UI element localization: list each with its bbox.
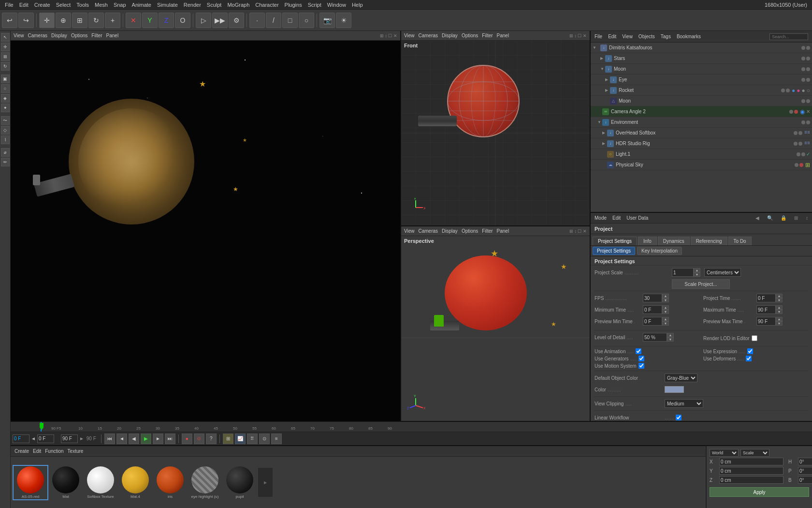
add-tool[interactable]: +	[105, 13, 120, 28]
tab-project-settings[interactable]: Project Settings	[593, 237, 637, 245]
min-time-input[interactable]	[643, 305, 662, 314]
menu-file[interactable]: File	[2, 2, 16, 8]
menu-render[interactable]: Render	[181, 2, 204, 8]
menu-window[interactable]: Window	[324, 2, 349, 8]
coord-x-input[interactable]	[719, 458, 783, 465]
lod-down[interactable]: ▼	[667, 337, 674, 342]
scale-project-btn[interactable]: Scale Project...	[672, 279, 730, 289]
select-tool[interactable]: ✛	[39, 13, 55, 28]
tl-play-back[interactable]: ◀	[129, 433, 139, 444]
polygon-mode[interactable]: □	[282, 13, 298, 28]
menu-snap[interactable]: Snap	[111, 2, 129, 8]
y-axis-btn[interactable]: Y	[142, 13, 158, 28]
use-generators-checkbox[interactable]	[638, 356, 644, 361]
mat-iris[interactable]: iris	[154, 466, 187, 499]
object-axis-btn[interactable]: O	[175, 13, 190, 28]
preview-min-input[interactable]	[643, 317, 662, 326]
move-tool[interactable]: ⊕	[56, 13, 71, 28]
coord-scale-select[interactable]: Scale	[740, 449, 769, 457]
lt-sculpt[interactable]: ⌀	[1, 148, 10, 157]
coord-z-input[interactable]	[719, 476, 783, 484]
maxt-up[interactable]: ▲	[776, 305, 783, 310]
mat-menu-create[interactable]: Create	[14, 448, 29, 454]
obj-menu-bookmarks[interactable]: Bookmarks	[677, 34, 701, 39]
stars-vis[interactable]	[801, 57, 805, 60]
obj-menu-view[interactable]: View	[622, 34, 633, 39]
z-axis-btn[interactable]: Z	[159, 13, 174, 28]
color-swatch[interactable]	[665, 386, 684, 393]
menu-character[interactable]: Character	[252, 2, 281, 8]
vp-main-view[interactable]: View	[14, 33, 24, 38]
attr-menu-mode[interactable]: Mode	[594, 215, 607, 221]
vp-main-options[interactable]: Options	[71, 33, 87, 38]
lt-rotate[interactable]: ↻	[1, 62, 10, 71]
mat-mat4[interactable]: Mat.4	[119, 466, 152, 499]
max-time-input[interactable]	[756, 305, 776, 314]
obj-softbox[interactable]: ▶ ↓ OverHead Softbox ⠿⠿	[591, 128, 812, 138]
render-lod-checkbox[interactable]	[752, 335, 757, 341]
coord-h-input[interactable]	[798, 458, 812, 465]
menu-tools[interactable]: Tools	[73, 2, 92, 8]
prevmax-up[interactable]: ▲	[776, 317, 783, 321]
tl-keys[interactable]: ⊞	[223, 433, 233, 444]
mat-pupil[interactable]: pupil	[223, 466, 256, 499]
tl-prev-frame[interactable]: ◄	[116, 433, 127, 444]
main-3d-viewport[interactable]: ★ ★ ★	[11, 41, 400, 421]
tl-dope[interactable]: ⠿	[247, 433, 258, 444]
obj-menu-objects[interactable]: Objects	[638, 34, 655, 39]
obj-menu-tags[interactable]: Tags	[661, 34, 671, 39]
vp-main-cameras[interactable]: Cameras	[28, 33, 48, 38]
env-vis[interactable]	[801, 120, 805, 124]
menu-select[interactable]: Select	[53, 2, 74, 8]
perspective-3d-viewport[interactable]: Perspective ★ ★	[401, 236, 590, 421]
tl-motion2[interactable]: ⊙	[259, 433, 270, 444]
eye-render[interactable]	[806, 78, 810, 82]
project-time-input[interactable]	[756, 294, 776, 302]
obj-stars[interactable]: ▶ ↓ Stars	[591, 53, 812, 64]
obj-hdr[interactable]: ▶ ↓ HDR Studio Rig ⠿⠿	[591, 138, 812, 149]
menu-help[interactable]: Help	[349, 2, 366, 8]
mint-down[interactable]: ▼	[662, 310, 669, 314]
coord-y-input[interactable]	[719, 467, 783, 475]
linear-workflow-checkbox[interactable]	[676, 415, 682, 420]
obj-menu-edit[interactable]: Edit	[608, 34, 616, 39]
tl-more[interactable]: ≡	[271, 433, 282, 444]
lt-move[interactable]: ✛	[1, 43, 10, 51]
use-animation-checkbox[interactable]	[636, 348, 641, 354]
obj-menu-file[interactable]: File	[594, 34, 602, 39]
view-clipping-select[interactable]: Medium Small Large	[665, 399, 703, 408]
vp-persp-cameras[interactable]: Cameras	[419, 228, 438, 234]
lt-cube[interactable]: ▣	[1, 75, 10, 83]
vp-main-panel[interactable]: Panel	[106, 33, 119, 38]
mat-menu-texture[interactable]: Texture	[68, 448, 84, 454]
use-deformers-checkbox[interactable]	[746, 356, 752, 361]
light-btn[interactable]: ☀	[336, 13, 351, 28]
default-color-select[interactable]: Gray-Blue	[665, 374, 697, 382]
scale-tool[interactable]: ⊞	[72, 13, 87, 28]
fps-input[interactable]	[643, 294, 662, 302]
menu-create[interactable]: Create	[31, 2, 53, 8]
sky-vis[interactable]	[795, 163, 798, 167]
moon2-render[interactable]	[806, 99, 810, 103]
mint-up[interactable]: ▲	[662, 305, 669, 310]
project-scale-input[interactable]	[672, 268, 694, 277]
lt-camera[interactable]: ◈	[1, 94, 10, 103]
tl-start-frame[interactable]	[13, 434, 29, 443]
edge-mode[interactable]: /	[266, 13, 281, 28]
tl-goto-start[interactable]: ⏮	[104, 433, 115, 444]
vp-persp-options[interactable]: Options	[462, 228, 478, 234]
env-render[interactable]	[806, 120, 810, 124]
apply-btn[interactable]: Apply	[710, 487, 809, 497]
prevmax-down[interactable]: ▼	[776, 321, 783, 326]
vp-front-display[interactable]: Display	[442, 33, 458, 38]
stars-render[interactable]	[806, 57, 810, 60]
tl-next-frame[interactable]: ►	[153, 433, 163, 444]
light1-vis[interactable]	[797, 152, 800, 156]
moon2-vis[interactable]	[801, 99, 805, 103]
render-btn[interactable]: ▷	[196, 13, 211, 28]
mat-eye-highlight[interactable]: eye highlight (u)	[188, 466, 221, 499]
softbox-vis[interactable]	[794, 131, 798, 135]
x-axis-btn[interactable]: ✕	[126, 13, 141, 28]
tl-auto-key[interactable]: ⚙	[194, 433, 204, 444]
coord-b-input[interactable]	[798, 476, 812, 484]
